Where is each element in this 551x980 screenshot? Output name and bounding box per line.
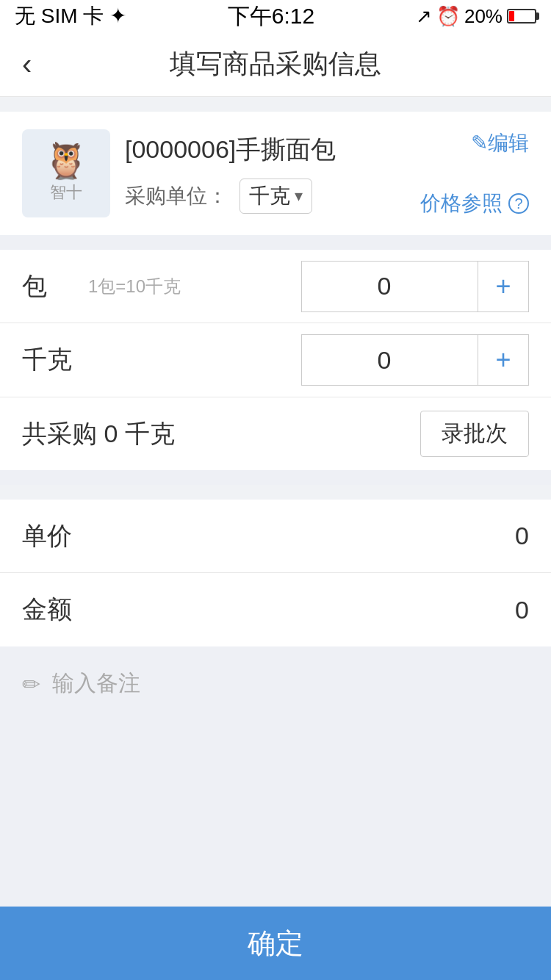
alarm-icon: ⏰ — [436, 5, 460, 28]
owl-icon: 🦉 — [44, 143, 88, 179]
summary-text: 共采购 0 千克 — [22, 417, 175, 451]
kg-label: 千克 — [22, 343, 81, 377]
back-button[interactable]: ‹ — [15, 40, 39, 88]
price-ref-label: 价格参照 — [420, 190, 503, 217]
info-circle-icon: ? — [508, 193, 529, 214]
amount-row: 金额 0 — [0, 573, 551, 646]
owl-label: 智十 — [50, 181, 82, 203]
bag-sub-label: 1包=10千克 — [88, 275, 181, 298]
status-right: ↗ ⏰ 20% — [416, 5, 536, 28]
unit-price-row: 单价 0 — [0, 500, 551, 573]
input-section: 包 1包=10千克 + 千克 + — [0, 250, 551, 397]
unit-label: 采购单位： — [125, 182, 228, 210]
product-image: 🦉 智十 — [22, 129, 110, 217]
edit-button[interactable]: ✎编辑 — [471, 129, 529, 157]
remarks-placeholder: 输入备注 — [52, 669, 140, 699]
kg-quantity-input[interactable] — [301, 334, 478, 386]
product-name: [0000006]手撕面包 — [125, 133, 529, 167]
unit-price-value: 0 — [515, 522, 529, 550]
section-divider-2 — [0, 470, 551, 485]
kg-input-control: + — [301, 334, 529, 386]
bag-input-control: + — [301, 261, 529, 312]
price-section: 单价 0 金额 0 — [0, 500, 551, 646]
price-ref-button[interactable]: 价格参照 ? — [420, 190, 529, 217]
product-card: 🦉 智十 [0000006]手撕面包 采购单位： 千克 ▾ ✎编辑 价格参照 ? — [0, 112, 551, 235]
status-bar: 无 SIM 卡 ✦ 下午6:12 ↗ ⏰ 20% — [0, 0, 551, 32]
batch-button[interactable]: 录批次 — [420, 411, 529, 457]
amount-label: 金额 — [22, 593, 72, 627]
status-time: 下午6:12 — [228, 1, 314, 32]
battery-percent: 20% — [464, 5, 503, 28]
nav-bar: ‹ 填写商品采购信息 — [0, 32, 551, 97]
bag-plus-button[interactable]: + — [478, 261, 529, 312]
unit-value: 千克 — [249, 182, 290, 210]
sim-signal-label: 无 SIM 卡 ✦ — [15, 2, 126, 30]
remarks-section[interactable]: ✏ 输入备注 — [0, 646, 551, 735]
status-left: 无 SIM 卡 ✦ — [15, 2, 126, 30]
amount-value: 0 — [515, 596, 529, 624]
kg-plus-button[interactable]: + — [478, 334, 529, 386]
bag-label: 包 — [22, 270, 81, 303]
kg-input-row: 千克 + — [0, 323, 551, 397]
page-title: 填写商品采购信息 — [170, 46, 381, 82]
summary-row: 共采购 0 千克 录批次 — [0, 397, 551, 470]
confirm-button[interactable]: 确定 — [0, 907, 551, 980]
section-divider-1 — [0, 235, 551, 250]
bag-input-row: 包 1包=10千克 + — [0, 250, 551, 323]
pencil-icon: ✏ — [22, 671, 40, 697]
unit-price-label: 单价 — [22, 519, 72, 553]
bag-quantity-input[interactable] — [301, 261, 478, 312]
chevron-down-icon: ▾ — [295, 187, 303, 206]
battery-icon — [507, 9, 536, 24]
location-icon: ↗ — [416, 5, 432, 28]
unit-dropdown[interactable]: 千克 ▾ — [240, 179, 312, 214]
